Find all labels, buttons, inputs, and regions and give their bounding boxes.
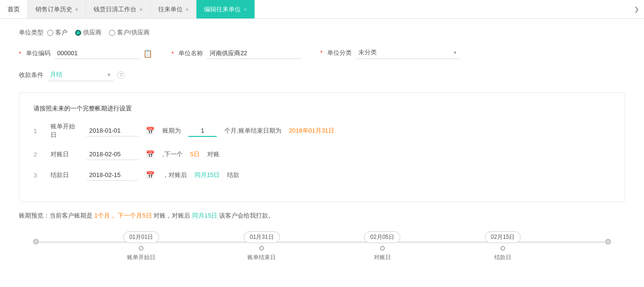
tab-bar-arrow[interactable]: ❯ <box>629 0 644 18</box>
unit-type-label: 单位类型 <box>19 28 43 37</box>
tab-sales-history-close[interactable]: × <box>75 7 78 12</box>
setting-number-2: 2 <box>34 151 43 158</box>
setting-name-2: 对账日 <box>51 150 79 159</box>
main-content: 单位类型 客户 供应商 客户/供应商 * 单位编码 <box>0 19 644 287</box>
setting-row-1: 1 账单开始日 📅 账期为 个月,账单结束日期为 2018年01月31日 <box>34 122 610 139</box>
timeline-badge-4: 02月15日 <box>485 231 521 243</box>
payment-cal-icon[interactable]: 📅 <box>146 171 155 179</box>
timeline-label-3: 对账日 <box>374 253 391 262</box>
reconcile-date-input[interactable] <box>86 149 138 160</box>
tab-home-label: 首页 <box>8 5 20 14</box>
unit-type-radio-group: 客户 供应商 客户/供应商 <box>47 28 150 37</box>
radio-customer-input[interactable] <box>47 30 53 36</box>
timeline-start <box>33 231 39 245</box>
payment-highlight: 同月15日 <box>195 171 220 179</box>
radio-supplier-label: 供应商 <box>83 28 102 37</box>
unit-type-field: 单位类型 客户 供应商 客户/供应商 <box>19 28 150 37</box>
payment-condition-row: 收款条件 月结 ▾ ? <box>19 68 625 81</box>
unit-info-row: * 单位编码 📋 * 单位名称 * 单位分类 未分类 ▾ <box>19 46 625 59</box>
timeline-node-2: 01月31日 账单结束日 <box>244 231 280 262</box>
radio-both-label: 客户/供应商 <box>117 28 150 37</box>
payment-condition-dropdown[interactable]: 月结 ▾ <box>47 68 113 81</box>
tab-counterparty-close[interactable]: × <box>186 7 188 12</box>
tab-edit-counterparty-label: 编辑往来单位 <box>204 5 241 14</box>
timeline-end <box>605 231 611 245</box>
radio-customer-label: 客户 <box>55 28 68 37</box>
timeline-label-1: 账单开始日 <box>127 253 155 262</box>
dropdown-arrow-icon: ▾ <box>454 50 457 56</box>
setting-desc-3b: 结款 <box>227 171 239 179</box>
unit-name-field: * 单位名称 <box>171 48 301 59</box>
preview-label: 账期预览：当前客户账期是 <box>19 212 93 219</box>
setting-name-1: 账单开始日 <box>51 122 79 139</box>
payment-date-input[interactable] <box>86 169 138 181</box>
unit-code-label: 单位编码 <box>26 49 51 58</box>
setting-desc-3a: ，对账后 <box>162 171 187 179</box>
setting-desc-1a: 账期为 <box>162 127 181 135</box>
tab-home[interactable]: 首页 <box>0 0 28 18</box>
setting-number-3: 3 <box>34 172 43 179</box>
preview-section: 账期预览：当前客户账期是 1个月， 下一个月5日 对账，对账后 同月15日 该客… <box>19 211 625 220</box>
tab-counterparty-label: 往来单位 <box>158 5 183 14</box>
setting-row-2: 2 对账日 📅 ,下一个 5日 对账 <box>34 149 610 160</box>
account-start-date-input[interactable] <box>86 125 138 136</box>
month-input[interactable] <box>188 125 217 137</box>
timeline-node-3: 02月05日 对账日 <box>364 231 400 262</box>
tab-edit-counterparty-close[interactable]: × <box>244 7 246 12</box>
account-start-cal-icon[interactable]: 📅 <box>146 127 155 135</box>
timeline-start-dot <box>33 239 39 245</box>
timeline-badge-2: 01月31日 <box>244 231 280 243</box>
tab-cashwork[interactable]: 钱货日清工作台 × <box>86 0 150 18</box>
unit-category-star: * <box>320 49 322 56</box>
timeline-label-2: 账单结束日 <box>247 253 276 262</box>
preview-middle: 对账，对账后 <box>153 212 190 219</box>
tab-cashwork-close[interactable]: × <box>139 7 142 12</box>
unit-name-label: 单位名称 <box>178 49 203 58</box>
unit-code-field: * 单位编码 📋 <box>19 48 153 59</box>
help-icon[interactable]: ? <box>117 71 125 79</box>
unit-code-icon[interactable]: 📋 <box>143 49 153 58</box>
payment-condition-field: 收款条件 月结 ▾ ? <box>19 68 125 81</box>
tab-edit-counterparty[interactable]: 编辑往来单位 × <box>196 0 254 18</box>
radio-both-input[interactable] <box>109 30 115 36</box>
radio-both[interactable]: 客户/供应商 <box>109 28 150 37</box>
preview-part2: 下一个月5日 <box>118 212 152 219</box>
tab-bar: 首页 销售订单历史 × 钱货日清工作台 × 往来单位 × 编辑往来单位 × ❯ <box>0 0 644 19</box>
setting-number-1: 1 <box>34 127 43 135</box>
payment-dropdown-arrow-icon: ▾ <box>108 72 110 78</box>
setting-name-3: 结款日 <box>51 171 79 179</box>
unit-category-dropdown[interactable]: 未分类 ▾ <box>356 46 459 59</box>
timeline-dot-2 <box>259 246 264 251</box>
radio-supplier[interactable]: 供应商 <box>75 28 102 37</box>
tab-sales-history[interactable]: 销售订单历史 × <box>28 0 86 18</box>
tab-sales-history-label: 销售订单历史 <box>35 5 72 14</box>
payment-condition-value: 月结 <box>50 70 106 79</box>
preview-suffix: 该客户会给我打款。 <box>219 212 274 219</box>
timeline-node-1: 01月01日 账单开始日 <box>123 231 160 262</box>
timeline-nodes: 01月01日 账单开始日 01月31日 账单结束日 02月05日 对账日 02月… <box>33 231 611 262</box>
unit-name-input[interactable] <box>207 48 301 59</box>
setting-desc-1b: 个月,账单结束日期为 <box>224 127 281 135</box>
preview-part1: 1个月， <box>94 212 116 219</box>
tab-counterparty[interactable]: 往来单位 × <box>151 0 196 18</box>
unit-name-star: * <box>171 50 174 57</box>
timeline-node-4: 02月15日 结款日 <box>485 231 521 262</box>
settings-box: 请按照未来的一个完整帐期进行设置 1 账单开始日 📅 账期为 个月,账单结束日期… <box>19 93 625 202</box>
timeline-dot-1 <box>139 246 144 251</box>
tab-cashwork-label: 钱货日清工作台 <box>93 5 136 14</box>
timeline-badge-1: 01月01日 <box>123 231 160 243</box>
unit-category-label: 单位分类 <box>327 49 352 57</box>
preview-part3: 同月15日 <box>192 212 217 219</box>
radio-supplier-input[interactable] <box>75 30 81 36</box>
unit-code-input[interactable] <box>54 48 139 59</box>
payment-condition-label: 收款条件 <box>19 71 43 79</box>
radio-customer[interactable]: 客户 <box>47 28 68 37</box>
setting-row-3: 3 结款日 📅 ，对账后 同月15日 结款 <box>34 169 610 181</box>
timeline-dot-4 <box>500 246 505 251</box>
reconcile-cal-icon[interactable]: 📅 <box>146 150 155 159</box>
timeline-container: 01月01日 账单开始日 01月31日 账单结束日 02月05日 对账日 02月… <box>19 231 625 262</box>
timeline-badge-3: 02月05日 <box>364 231 400 243</box>
timeline-label-4: 结款日 <box>494 253 511 262</box>
setting-desc-2b: 对账 <box>207 150 220 159</box>
account-end-date: 2018年01月31日 <box>289 127 335 135</box>
